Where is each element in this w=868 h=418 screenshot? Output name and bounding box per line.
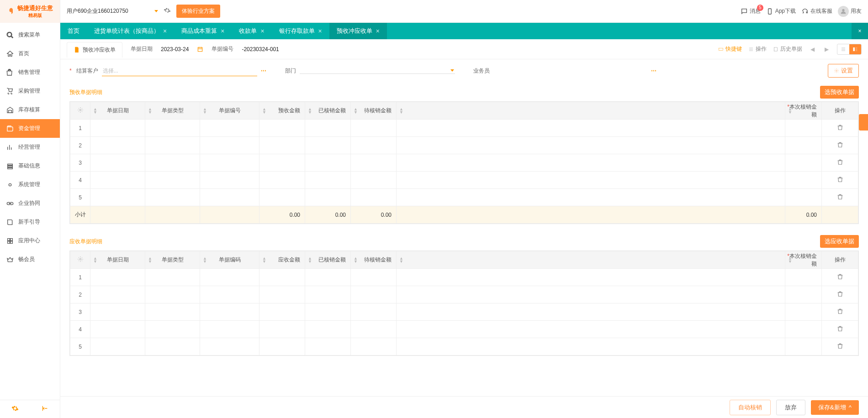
cell[interactable] [145, 303, 200, 321]
side-drawer-handle[interactable] [859, 114, 868, 131]
cell[interactable] [397, 303, 785, 321]
cell[interactable] [259, 269, 305, 286]
cell[interactable] [351, 338, 397, 355]
row-delete[interactable] [822, 269, 858, 286]
topbar-settings-icon[interactable] [164, 7, 171, 16]
col-header[interactable]: ▲▼预收金额 [259, 102, 305, 120]
cell[interactable] [259, 120, 305, 137]
cell[interactable] [305, 172, 351, 189]
cell[interactable] [145, 321, 200, 338]
view-detail-button[interactable] [849, 44, 861, 54]
sort-icon[interactable]: ▲▼ [203, 108, 207, 114]
close-icon[interactable]: × [221, 27, 224, 35]
cell[interactable] [351, 303, 397, 321]
cell[interactable] [145, 338, 200, 355]
cell[interactable] [145, 172, 200, 189]
cell[interactable] [90, 189, 145, 206]
cell[interactable] [145, 286, 200, 303]
cell[interactable] [259, 303, 305, 321]
col-header[interactable]: ▲▼*本次核销金额 [785, 251, 822, 269]
sort-icon[interactable]: ▲▼ [399, 257, 403, 263]
col-header[interactable]: ▲▼已核销金额 [305, 251, 351, 269]
cell[interactable] [259, 154, 305, 172]
save-button[interactable]: 保存&新增^ [811, 400, 859, 415]
cell[interactable] [145, 189, 200, 206]
user-menu[interactable]: 用友 [838, 6, 862, 17]
prev-doc-button[interactable]: ◀ [809, 46, 816, 52]
sales-select[interactable]: ⋯ [493, 66, 658, 76]
cell[interactable] [397, 154, 785, 172]
col-header[interactable]: ▲▼单据类型 [145, 251, 200, 269]
cell[interactable] [145, 120, 200, 137]
sidebar-item-1[interactable]: 首页 [0, 44, 60, 63]
cell[interactable] [90, 286, 145, 303]
cell[interactable] [785, 286, 822, 303]
sidebar-item-10[interactable]: 新手引导 [0, 213, 60, 231]
cell[interactable] [351, 154, 397, 172]
cell[interactable] [145, 269, 200, 286]
cell[interactable] [351, 269, 397, 286]
cell[interactable] [259, 137, 305, 154]
cell[interactable] [397, 120, 785, 137]
col-header[interactable]: ▲▼单据日期 [90, 102, 145, 120]
select-prepay-button[interactable]: 选预收单据 [820, 86, 859, 99]
cell[interactable] [785, 154, 822, 172]
cell[interactable] [351, 189, 397, 206]
calendar-icon[interactable] [197, 46, 203, 52]
cell[interactable] [200, 321, 259, 338]
service-button[interactable]: 在线客服 [801, 7, 832, 15]
row-delete[interactable] [822, 303, 858, 321]
cell[interactable] [785, 338, 822, 355]
close-icon[interactable]: × [318, 27, 322, 35]
cell[interactable] [351, 286, 397, 303]
cell[interactable] [305, 286, 351, 303]
messages-button[interactable]: 消息 5 [741, 7, 761, 15]
sort-icon[interactable]: ▲▼ [93, 108, 97, 114]
sort-icon[interactable]: ▲▼ [308, 257, 312, 263]
column-settings[interactable] [70, 251, 90, 269]
view-list-button[interactable] [837, 44, 849, 54]
cell[interactable] [90, 137, 145, 154]
sort-icon[interactable]: ▲▼ [354, 108, 358, 114]
cell[interactable] [145, 137, 200, 154]
cell[interactable] [397, 189, 785, 206]
cell[interactable] [200, 303, 259, 321]
tab-1[interactable]: 进货单统计表（按商品）× [87, 23, 174, 39]
cell[interactable] [90, 303, 145, 321]
cell[interactable] [200, 154, 259, 172]
cell[interactable] [785, 120, 822, 137]
shortcut-link[interactable]: 快捷键 [718, 45, 742, 53]
sales-picker-icon[interactable]: ⋯ [651, 68, 657, 74]
col-header[interactable]: ▲▼单据日期 [90, 251, 145, 269]
sidebar-item-7[interactable]: 基础信息 [0, 157, 60, 175]
cell[interactable] [200, 120, 259, 137]
col-header[interactable]: ▲▼单据类型 [145, 102, 200, 120]
row-delete[interactable] [822, 338, 858, 355]
row-delete[interactable] [822, 154, 858, 172]
column-settings[interactable] [70, 102, 90, 120]
cell[interactable] [200, 269, 259, 286]
col-header[interactable]: ▲▼已核销金额 [305, 102, 351, 120]
discard-button[interactable]: 放弃 [776, 400, 805, 415]
cell[interactable] [397, 137, 785, 154]
cell[interactable] [90, 120, 145, 137]
cell[interactable] [397, 286, 785, 303]
cell[interactable] [351, 172, 397, 189]
row-delete[interactable] [822, 137, 858, 154]
cell[interactable] [305, 321, 351, 338]
sidebar-item-2[interactable]: 销售管理 [0, 63, 60, 82]
cell[interactable] [305, 269, 351, 286]
cell[interactable] [351, 120, 397, 137]
org-select[interactable]: 用户690企业1660120750 [67, 5, 158, 18]
dept-select[interactable] [300, 68, 455, 74]
cell[interactable] [305, 338, 351, 355]
close-icon[interactable]: × [163, 27, 167, 35]
cell[interactable] [397, 338, 785, 355]
sidebar-item-9[interactable]: 企业协同 [0, 194, 60, 213]
sort-icon[interactable]: ▲▼ [788, 257, 792, 263]
cell[interactable] [351, 137, 397, 154]
row-delete[interactable] [822, 172, 858, 189]
sort-icon[interactable]: ▲▼ [788, 108, 792, 114]
sort-icon[interactable]: ▲▼ [93, 257, 97, 263]
close-icon[interactable]: × [260, 27, 264, 35]
